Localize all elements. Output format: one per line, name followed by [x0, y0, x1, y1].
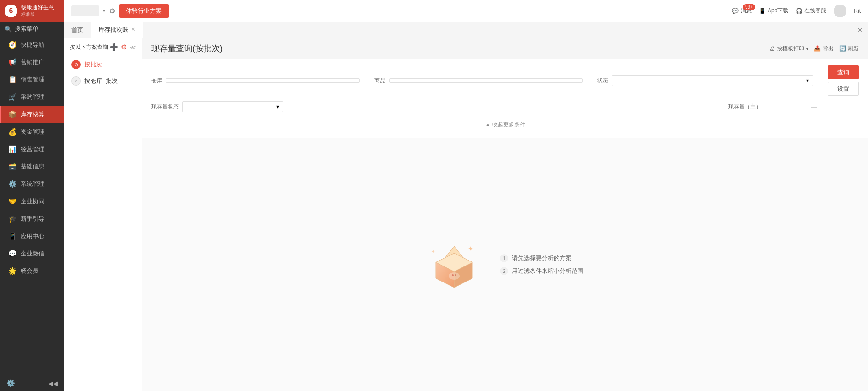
sidebar-item-label: 销售管理 [21, 76, 44, 84]
product-dots[interactable]: ··· [585, 77, 590, 84]
warehouse-input[interactable] [166, 78, 360, 83]
collapse-up-icon: ▲ [485, 121, 490, 128]
plan-label: 按仓库+批次 [84, 77, 118, 85]
company-name: 畅康通好生意 [21, 4, 54, 11]
service-label: 在线客服 [804, 7, 826, 15]
search-icon: 🔍 [5, 26, 12, 33]
collapse-panel-icon[interactable]: ≪ [130, 44, 136, 51]
tab-home[interactable]: 首页 [64, 22, 91, 38]
inventory-status-select[interactable]: ▾ [182, 101, 283, 112]
inventory-icon: 📦 [8, 110, 17, 119]
sidebar-item-label: 企业协同 [21, 197, 44, 206]
sidebar-header: 6 畅康通好生意 标准版 [0, 0, 64, 22]
sidebar-item-sales[interactable]: 📋 销售管理 [0, 71, 64, 88]
app-logo: 6 [5, 5, 17, 17]
search-menu[interactable]: 🔍 搜索菜单 [0, 22, 64, 36]
export-btn[interactable]: 📤 导出 [814, 45, 834, 53]
tip-item-1: 1 请先选择要分析的方案 [500, 254, 583, 262]
sidebar-item-system[interactable]: ⚙️ 系统管理 [0, 175, 64, 193]
sidebar-item-marketing[interactable]: 📢 营销推广 [0, 54, 64, 71]
sidebar-item-finance[interactable]: 💰 资金管理 [0, 123, 64, 141]
query-btn[interactable]: 查询 [828, 65, 859, 79]
page-header: 现存量查询(按批次) 🖨 按模板打印 ▾ 📤 导出 🔄 刷新 [142, 38, 868, 59]
inventory-status-filter: 现存量状态 ▾ [151, 101, 712, 112]
empty-tips: 1 请先选择要分析的方案 2 用过滤条件来缩小分析范围 [500, 254, 583, 275]
basic-icon: 🗃️ [8, 163, 17, 171]
warehouse-label: 仓库 [151, 77, 162, 85]
sidebar-item-quick-nav[interactable]: 🧭 快捷导航 [0, 36, 64, 54]
status-select[interactable]: ▾ [612, 75, 813, 86]
sidebar-item-purchase[interactable]: 🛒 采购管理 [0, 88, 64, 106]
settings-btn[interactable]: 设置 [828, 82, 859, 96]
product-input[interactable] [389, 78, 583, 83]
warehouse-dots[interactable]: ··· [362, 77, 367, 84]
sidebar-item-label: 新手引导 [21, 215, 44, 223]
topbar-left: ▾ ⚙ 体验行业方案 [71, 4, 726, 18]
add-plan-btn[interactable]: ➕ [110, 43, 118, 51]
plan-label: 按批次 [84, 60, 102, 69]
product-filter: 商品 ··· [374, 77, 590, 85]
collapse-sidebar-icon[interactable]: ◀◀ [49, 380, 58, 387]
topbar-gear-icon[interactable]: ⚙ [109, 7, 115, 15]
current-qty-to[interactable] [822, 102, 859, 112]
warehouse-filter: 仓库 ··· [151, 77, 367, 85]
refresh-btn[interactable]: 🔄 刷新 [839, 45, 859, 53]
sidebar-item-label: 快捷导航 [21, 41, 44, 49]
panel-close-icon: ✕ [857, 27, 863, 33]
tip1-text: 请先选择要分析的方案 [512, 254, 571, 262]
service-icon: 🎧 [796, 8, 802, 14]
sidebar-item-label: 系统管理 [21, 180, 44, 188]
current-qty-from[interactable] [769, 102, 805, 112]
filter-area: 仓库 ··· 商品 ··· 状态 [142, 59, 868, 138]
status-dropdown-icon: ▾ [806, 77, 809, 84]
collapse-filter-btn[interactable]: ▲ 收起更多条件 [151, 118, 859, 131]
username-label: Rit [854, 8, 861, 14]
sidebar-item-label: 营销推广 [21, 58, 44, 66]
settings-icon[interactable]: ⚙️ [6, 379, 15, 387]
status-label: 状态 [597, 77, 608, 85]
tab-close-icon[interactable]: ✕ [131, 27, 135, 33]
online-service-btn[interactable]: 🎧 在线客服 [796, 7, 826, 15]
plan-settings-btn[interactable]: ⚙ [121, 43, 127, 51]
qty-separator: — [811, 103, 817, 110]
current-qty-label: 现存量（主） [728, 103, 761, 111]
sidebar-item-label: 基础信息 [21, 163, 44, 171]
plan-item-by-warehouse-batch[interactable]: ○ 按仓库+批次 [64, 73, 142, 89]
sidebar-item-wechat[interactable]: 💬 企业微信 [0, 245, 64, 262]
sidebar-item-member[interactable]: 🌟 畅会员 [0, 262, 64, 280]
app-download-btn[interactable]: 📱 App下载 [759, 7, 788, 15]
tab-panel-close-btn[interactable]: ✕ [852, 22, 868, 38]
current-qty-filter: 现存量（主） — [728, 102, 859, 112]
sidebar-item-basic[interactable]: 🗃️ 基础信息 [0, 158, 64, 175]
sidebar-item-apps[interactable]: 📱 应用中心 [0, 228, 64, 245]
filter-row-1: 仓库 ··· 商品 ··· 状态 [151, 65, 859, 96]
empty-state: ✦ ✦ 1 请先选择要分析的方案 2 用过滤条件来缩小分析范围 [142, 138, 868, 391]
tip2-text: 用过滤条件来缩小分析范围 [512, 267, 583, 275]
sidebar-item-enterprise[interactable]: 🤝 企业协同 [0, 193, 64, 210]
plan-icon-gray: ○ [71, 76, 81, 86]
user-avatar[interactable] [834, 5, 846, 17]
status-filter: 状态 ▾ [597, 75, 813, 86]
sidebar-item-label: 经营管理 [21, 145, 44, 153]
refresh-label: 刷新 [848, 45, 859, 53]
tab-batch-account[interactable]: 库存批次账 ✕ [91, 22, 143, 38]
wechat-icon: 💬 [8, 250, 17, 258]
sidebar-item-label: 畅会员 [21, 267, 38, 275]
panel-actions: ➕ ⚙ ≪ [110, 43, 136, 51]
sidebar-nav: 🧭 快捷导航 📢 营销推广 📋 销售管理 🛒 采购管理 📦 库存核算 💰 资金管… [0, 36, 64, 375]
plan-icon-red: ⊙ [71, 60, 81, 69]
breadcrumb-dropdown-icon[interactable]: ▾ [103, 8, 105, 14]
sidebar-item-operations[interactable]: 📊 经营管理 [0, 141, 64, 158]
message-icon: 💬 [732, 8, 739, 14]
export-label: 导出 [823, 45, 834, 53]
topbar: ▾ ⚙ 体验行业方案 💬 消息 99+ 📱 App下载 🎧 在线客服 Rit [64, 0, 868, 22]
sidebar-item-guide[interactable]: 🎓 新手引导 [0, 210, 64, 228]
sidebar-item-inventory[interactable]: 📦 库存核算 [0, 106, 64, 123]
message-btn[interactable]: 💬 消息 99+ [732, 7, 752, 15]
trial-btn[interactable]: 体验行业方案 [119, 4, 169, 18]
plan-item-by-batch[interactable]: ⊙ 按批次 [64, 56, 142, 73]
inventory-status-label: 现存量状态 [151, 103, 179, 111]
print-template-btn[interactable]: 🖨 按模板打印 ▾ [769, 45, 808, 53]
svg-text:✦: ✦ [431, 249, 435, 254]
sidebar-item-label: 应用中心 [21, 232, 44, 240]
